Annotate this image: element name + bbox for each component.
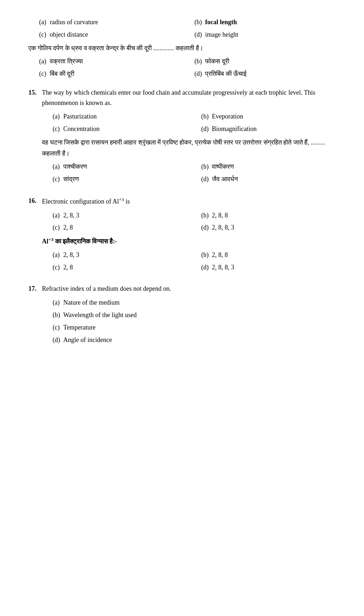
option-letter: (c): [53, 222, 60, 233]
option-text: Biomagnification: [212, 124, 257, 134]
q16-text-suffix: is: [124, 198, 130, 205]
option-letter: (d): [201, 222, 209, 233]
option-text: radius of curvature: [50, 17, 98, 27]
option-c: (c) object distance: [39, 30, 187, 40]
q16-hindi-superscript: +3: [48, 237, 53, 242]
q15-hindi-question: वह घटना जिसके द्वारा रासायन हमारी आहार श…: [42, 137, 343, 159]
option-a-hindi: (a) वक्रता त्रिज्या: [39, 56, 187, 67]
option-text: Concentration: [63, 124, 100, 134]
option-text: Temperature: [63, 322, 96, 333]
question-17: 17. Refractive index of a medium does no…: [28, 284, 343, 347]
option-text: Pasturization: [63, 111, 97, 122]
option-text: 2, 8, 3: [63, 250, 79, 260]
option-text: 2, 8, 8, 3: [212, 262, 234, 273]
option-b-hindi: (b) वाष्पीकरण: [201, 162, 343, 172]
option-a: (a) Pasturization: [53, 111, 194, 122]
option-text: बिंब की दूरी: [50, 69, 74, 79]
question-15: 15. The way by which chemicals enter our…: [28, 88, 343, 187]
option-text: 2, 8: [63, 262, 73, 273]
q15-header: 15. The way by which chemicals enter our…: [28, 88, 343, 187]
q15-options-hindi: (a) पाश्चीकरण (b) वाष्पीकरण (c) सांद्रण …: [53, 162, 343, 184]
option-letter: (d): [201, 262, 209, 273]
option-a: (a) radius of curvature: [39, 17, 187, 27]
option-b: (b) Wavelength of the light used: [53, 310, 343, 320]
option-text: Eveporation: [212, 111, 243, 122]
q14-options-hindi: (a) वक्रता त्रिज्या (b) फोकस दूरी (c) बि…: [39, 56, 343, 79]
q17-english-question: Refractive index of a medium does not de…: [42, 284, 343, 294]
q17-content: Refractive index of a medium does not de…: [42, 284, 343, 347]
option-b: (b) 2, 8, 8: [201, 210, 343, 221]
q16-header: 16. Electronic configuration of Al+3 is …: [28, 196, 343, 275]
q16-hindi-prefix: Al: [42, 238, 48, 245]
q16-options-english: (a) 2, 8, 3 (b) 2, 8, 8 (c) 2, 8 (d) 2, …: [53, 210, 343, 233]
option-letter: (a): [53, 162, 60, 172]
option-letter: (c): [53, 322, 60, 333]
q16-text-prefix: Electronic configuration of Al: [42, 198, 119, 205]
option-a-hindi: (a) पाश्चीकरण: [53, 162, 194, 172]
q16-hindi-question: Al+3 का इलैक्ट्रानिक विन्यास है:-: [42, 236, 343, 247]
question-14-continuation: (a) radius of curvature (b) focal length…: [28, 17, 343, 79]
option-letter: (b): [201, 210, 209, 221]
option-letter: (c): [53, 262, 60, 273]
option-letter: (c): [53, 124, 60, 134]
option-text: पाश्चीकरण: [63, 162, 87, 172]
option-text: object distance: [50, 30, 88, 40]
option-d: (d) image height: [194, 30, 343, 40]
q16-options-hindi: (a) 2, 8, 3 (b) 2, 8, 8 (c) 2, 8 (d) 2, …: [53, 250, 343, 273]
q15-english-question: The way by which chemicals enter our foo…: [42, 88, 343, 108]
option-d: (d) 2, 8, 8, 3: [201, 222, 343, 233]
option-text: जैव आवर्धन: [212, 174, 238, 184]
option-c: (c) Temperature: [53, 322, 343, 333]
option-letter: (c): [53, 174, 60, 184]
option-letter: (b): [201, 250, 209, 260]
option-letter: (d): [53, 335, 60, 345]
option-c-hindi: (c) सांद्रण: [53, 174, 194, 184]
q17-options-list: (a) Nature of the medium (b) Wavelength …: [53, 298, 343, 345]
q15-content: The way by which chemicals enter our foo…: [42, 88, 343, 187]
option-b-hindi: (b) 2, 8, 8: [201, 250, 343, 260]
option-letter: (b): [53, 310, 60, 320]
option-d-hindi: (d) जैव आवर्धन: [201, 174, 343, 184]
option-text: Wavelength of the light used: [63, 310, 137, 320]
option-letter: (b): [201, 162, 209, 172]
option-letter: (a): [53, 111, 60, 122]
option-d-hindi: (d) 2, 8, 8, 3: [201, 262, 343, 273]
option-text: 2, 8, 8: [212, 210, 228, 221]
option-b: (b) focal length: [194, 17, 343, 27]
option-text: वाष्पीकरण: [212, 162, 234, 172]
option-d-hindi: (d) प्रतिबिंब की ऊँचाई: [194, 69, 343, 79]
option-text: image height: [205, 30, 238, 40]
q15-options-english: (a) Pasturization (b) Eveporation (c) Co…: [53, 111, 343, 134]
option-text: फोकस दूरी: [205, 56, 229, 67]
option-letter: (a): [53, 250, 60, 260]
option-letter: (d): [194, 30, 202, 40]
option-c-hindi: (c) 2, 8: [53, 262, 194, 273]
option-a: (a) Nature of the medium: [53, 298, 343, 308]
q17-header: 17. Refractive index of a medium does no…: [28, 284, 343, 347]
option-text: वक्रता त्रिज्या: [50, 56, 83, 67]
q16-content: Electronic configuration of Al+3 is (a) …: [42, 196, 343, 275]
option-letter: (a): [39, 17, 47, 27]
option-letter: (c): [39, 30, 47, 40]
option-text: 2, 8, 3: [63, 210, 79, 221]
option-text: 2, 8, 8: [212, 250, 228, 260]
option-letter: (b): [201, 111, 209, 122]
option-c: (c) 2, 8: [53, 222, 194, 233]
option-text: Angle of incidence: [63, 335, 112, 345]
option-letter: (b): [194, 17, 202, 27]
option-letter: (a): [53, 298, 60, 308]
option-letter: (d): [201, 174, 209, 184]
q16-english-question: Electronic configuration of Al+3 is: [42, 196, 343, 207]
q16-superscript: +3: [119, 198, 124, 205]
option-letter: (b): [194, 56, 202, 67]
question-16: 16. Electronic configuration of Al+3 is …: [28, 196, 343, 275]
option-text: 2, 8: [63, 222, 73, 233]
option-text: सांद्रण: [63, 174, 79, 184]
option-d: (d) Biomagnification: [201, 124, 343, 134]
option-d: (d) Angle of incidence: [53, 335, 343, 345]
q14-options-english: (a) radius of curvature (b) focal length…: [39, 17, 343, 40]
option-text: प्रतिबिंब की ऊँचाई: [205, 69, 246, 79]
question-number: 17.: [28, 284, 39, 294]
option-text: 2, 8, 8, 3: [212, 222, 234, 233]
option-letter: (a): [53, 210, 60, 221]
